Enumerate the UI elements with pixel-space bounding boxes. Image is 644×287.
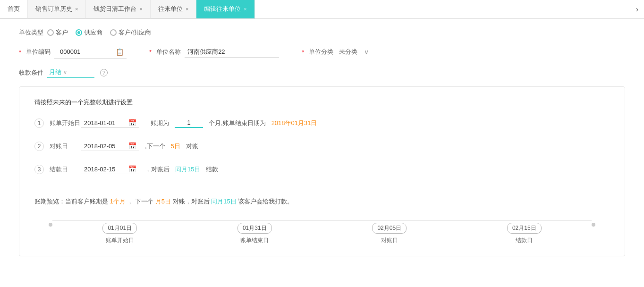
radio-customer[interactable]: 客户 — [47, 28, 68, 37]
setting-label-2: 对账日 — [50, 142, 76, 151]
preview-period-highlight: 1个月 — [110, 198, 126, 205]
unit-name-input[interactable] — [185, 46, 279, 58]
reconcile-desc-2: 对账 — [186, 142, 198, 151]
radio-supplier-label: 供应商 — [84, 28, 102, 37]
unit-name-star: * — [149, 49, 152, 56]
timeline-label-1: 账单开始日 — [106, 236, 134, 245]
unit-name-group: * 单位名称 — [149, 46, 279, 58]
timeline-node-1: 01月01日 账单开始日 — [102, 223, 137, 245]
tab-more-button[interactable]: › — [630, 0, 644, 18]
preview-label: 账期预览：当前客户账期是 — [34, 198, 108, 205]
timeline-label-2: 账单结束日 — [240, 236, 269, 245]
tab-edit-label: 编辑往来单位 — [204, 5, 241, 13]
tab-sales-close-icon[interactable]: × — [75, 6, 78, 12]
account-start-calendar-icon[interactable]: 📅 — [128, 119, 136, 127]
payment-terms-label: 收款条件 — [19, 68, 43, 77]
tab-edit-partner[interactable]: 编辑往来单位 × — [196, 0, 254, 18]
timeline-end-dot — [592, 223, 595, 227]
unit-type-radio-group: 客户 供应商 客户/供应商 — [47, 28, 151, 37]
preview-day-highlight: 月5日 — [155, 198, 171, 205]
tab-bar: 首页 销售订单历史 × 钱货日清工作台 × 往来单位 × 编辑往来单位 × › — [0, 0, 644, 19]
radio-both[interactable]: 客户/供应商 — [110, 28, 151, 37]
period-label: 账期为 — [151, 119, 169, 127]
period-month-label: 个月,账单结束日期为 — [209, 119, 266, 127]
tab-cash-label: 钱货日清工作台 — [93, 5, 136, 13]
preview-section: 账期预览：当前客户账期是 1个月 ， 下一个 月5日 对账，对账后 同月15日 … — [34, 187, 610, 245]
reconcile-calendar-icon[interactable]: 📅 — [128, 142, 136, 150]
unit-code-input[interactable] — [57, 46, 114, 57]
account-start-date-input: 📅 — [81, 118, 139, 128]
tab-home[interactable]: 首页 — [0, 0, 28, 18]
preview-text: 账期预览：当前客户账期是 1个月 ， 下一个 月5日 对账，对账后 同月15日 … — [34, 197, 610, 207]
unit-code-icon[interactable]: 📋 — [116, 48, 124, 56]
unit-code-input-wrapper: 📋 — [54, 45, 127, 59]
timeline-start-dot — [49, 223, 52, 227]
tab-partner-label: 往来单位 — [158, 5, 183, 13]
payment-date-input: 📅 — [81, 164, 139, 174]
timeline-label-3: 对账日 — [381, 236, 398, 245]
payment-terms-select[interactable]: 月结 ∨ — [47, 67, 94, 78]
unit-category-label: 单位分类 — [309, 48, 333, 56]
payment-desc-2: 结款 — [206, 165, 218, 174]
unit-code-group: * 单位编码 📋 — [19, 45, 127, 59]
payment-terms-help-icon[interactable]: ? — [100, 69, 108, 76]
unit-category-star: * — [302, 49, 304, 56]
unit-code-star: * — [19, 49, 21, 56]
unit-category-dropdown-icon[interactable]: ∨ — [364, 48, 369, 56]
payment-calendar-icon[interactable]: 📅 — [128, 165, 136, 173]
reconcile-day-highlight: 5日 — [171, 142, 180, 151]
payment-desc-1: ，对账后 — [145, 165, 169, 174]
unit-category-group: * 单位分类 未分类 ∨ — [302, 48, 369, 56]
tab-sales-label: 销售订单历史 — [35, 5, 72, 13]
tab-sales-order-history[interactable]: 销售订单历史 × — [28, 0, 86, 18]
preview-payment-highlight: 同月15日 — [211, 198, 236, 205]
unit-type-label: 单位类型 — [19, 28, 43, 37]
setting-row-3: 3 结款日 📅 ，对账后 同月15日 结款 — [34, 164, 610, 174]
tab-home-label: 首页 — [8, 5, 20, 13]
tab-edit-close-icon[interactable]: × — [244, 6, 246, 12]
preview-reconcile-text: 对账，对账后 — [173, 198, 210, 205]
preview-suffix: 该客户会给我打款。 — [238, 198, 293, 205]
radio-supplier-circle — [76, 29, 82, 36]
tab-partner-units[interactable]: 往来单位 × — [151, 0, 196, 18]
setting-number-3: 3 — [34, 165, 44, 174]
radio-supplier[interactable]: 供应商 — [76, 28, 102, 37]
setting-row-1: 1 账单开始日 📅 账期为 个月,账单结束日期为 2018年01月31日 — [34, 118, 610, 128]
account-end-date-highlight: 2018年01月31日 — [271, 119, 317, 127]
preview-comma1: ， — [127, 198, 133, 205]
setting-number-1: 1 — [34, 118, 44, 128]
payment-terms-row: 收款条件 月结 ∨ ? — [19, 67, 625, 78]
payment-terms-dropdown-icon[interactable]: ∨ — [63, 69, 67, 76]
tab-partner-close-icon[interactable]: × — [186, 6, 188, 12]
radio-customer-circle — [47, 29, 54, 36]
reconcile-date-field[interactable] — [84, 143, 127, 150]
period-value-input[interactable] — [175, 118, 203, 128]
timeline-node-2: 01月31日 账单结束日 — [237, 223, 272, 245]
payment-terms-value: 月结 — [49, 68, 61, 76]
payment-day-highlight: 同月15日 — [175, 165, 200, 174]
setting-label-1: 账单开始日 — [50, 119, 76, 127]
timeline-node-3: 02月05日 对账日 — [372, 223, 407, 245]
radio-both-label: 客户/供应商 — [119, 28, 151, 37]
unit-type-row: 单位类型 客户 供应商 客户/供应商 — [19, 28, 625, 37]
timeline-date-2: 01月31日 — [237, 223, 272, 234]
unit-name-label: 单位名称 — [156, 48, 181, 56]
radio-both-circle — [110, 29, 117, 36]
radio-customer-label: 客户 — [56, 28, 68, 37]
preview-next-label: 下一个 — [135, 198, 153, 205]
timeline-node-4: 02月15日 结款日 — [507, 223, 542, 245]
unit-category-value: 未分类 — [339, 48, 357, 56]
tab-cash-goods[interactable]: 钱货日清工作台 × — [86, 0, 150, 18]
timeline: 01月01日 账单开始日 01月31日 账单结束日 — [34, 218, 610, 245]
tab-cash-close-icon[interactable]: × — [139, 6, 142, 12]
timeline-date-3: 02月05日 — [372, 223, 407, 234]
account-start-date-field[interactable] — [84, 119, 127, 127]
reconcile-desc-1: ,下一个 — [145, 142, 165, 151]
setting-number-2: 2 — [34, 142, 44, 151]
timeline-date-1: 01月01日 — [102, 223, 137, 234]
unit-details-row: * 单位编码 📋 * 单位名称 * 单位分类 未分类 ∨ — [19, 45, 625, 59]
payment-date-field[interactable] — [84, 166, 127, 173]
timeline-label-4: 结款日 — [516, 236, 533, 245]
setting-label-3: 结款日 — [50, 165, 76, 174]
settings-box: 请按照未来的一个完整帐期进行设置 1 账单开始日 📅 账期为 个月,账单结束日期… — [19, 86, 625, 256]
